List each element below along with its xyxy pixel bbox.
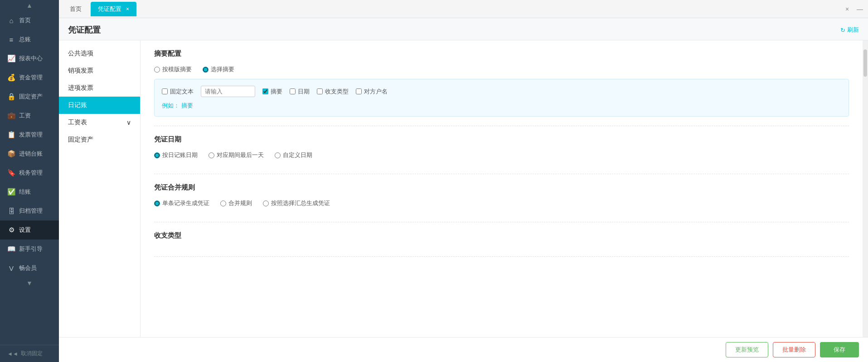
left-nav-sales-invoice[interactable]: 销项发票 xyxy=(59,62,140,79)
fixed-text-option[interactable]: 固定文本 xyxy=(162,88,194,96)
last-day-radio[interactable] xyxy=(209,152,214,158)
sidebar-item-reports[interactable]: 📈 报表中心 xyxy=(0,49,59,68)
sidebar-item-label: 首页 xyxy=(19,16,31,24)
by-journal-date-option[interactable]: 按日记账日期 xyxy=(154,151,198,159)
by-selection-label: 按照选择汇总生成凭证 xyxy=(271,199,330,207)
select-mode-label: 选择摘要 xyxy=(211,65,234,73)
merge-rules-label: 合并规则 xyxy=(228,199,252,207)
by-selection-radio[interactable] xyxy=(263,201,269,206)
cancel-fix-label: 取消固定 xyxy=(21,350,43,357)
income-type-checkbox[interactable] xyxy=(317,88,323,94)
scroll-track[interactable] xyxy=(863,40,868,337)
sidebar-item-archive[interactable]: 🗄 归档管理 xyxy=(0,201,59,220)
date-checkbox[interactable] xyxy=(290,88,296,94)
sidebar-item-label: 资金管理 xyxy=(19,73,43,82)
page-content: 凭证配置 ↻ 刷新 公共选项 销项发票 进项发票 日记账 xyxy=(59,18,868,362)
update-preview-button[interactable]: 更新预览 xyxy=(726,342,768,357)
template-mode-option[interactable]: 按模版摘要 xyxy=(154,65,192,73)
select-mode-radio[interactable] xyxy=(203,67,209,73)
sidebar-item-funds[interactable]: 💰 资金管理 xyxy=(0,68,59,87)
tab-voucher-config-label: 凭证配置 xyxy=(98,5,121,13)
sidebar-item-label: 归档管理 xyxy=(19,207,43,215)
refresh-button[interactable]: ↻ 刷新 xyxy=(840,26,859,34)
single-record-label: 单条记录生成凭证 xyxy=(162,199,209,207)
sidebar-item-guide[interactable]: 📖 新手引导 xyxy=(0,240,59,259)
sidebar-item-label: 税务管理 xyxy=(19,169,43,177)
sidebar-item-label: 发票管理 xyxy=(19,131,43,139)
sidebar-scroll-down[interactable]: ▼ xyxy=(0,278,59,289)
merge-rules-radio[interactable] xyxy=(220,201,226,206)
income-type-option[interactable]: 收支类型 xyxy=(317,88,349,96)
sidebar-item-label: 畅会员 xyxy=(19,264,37,272)
ledger-icon: ≡ xyxy=(7,36,15,44)
left-nav-sales-invoice-label: 销项发票 xyxy=(68,67,93,75)
left-nav-fixed-assets[interactable]: 固定资产 xyxy=(59,131,140,148)
sidebar-item-member[interactable]: V 畅会员 xyxy=(0,259,59,278)
sidebar-item-payroll[interactable]: 💼 工资 xyxy=(0,106,59,125)
sidebar-item-invoice-mgmt[interactable]: 📋 发票管理 xyxy=(0,125,59,144)
single-record-radio[interactable] xyxy=(154,201,160,206)
sidebar-item-home[interactable]: ⌂ 首页 xyxy=(0,11,59,30)
sidebar-item-purchase-sales[interactable]: 📦 进销台账 xyxy=(0,144,59,163)
fixed-text-label: 固定文本 xyxy=(170,88,194,96)
merge-rules-title: 凭证合并规则 xyxy=(154,183,849,192)
sidebar-scroll-up[interactable]: ▲ xyxy=(0,0,59,11)
left-nav-journal-label: 日记账 xyxy=(68,101,87,109)
chevron-down-icon: ∨ xyxy=(126,119,131,126)
custom-date-option[interactable]: 自定义日期 xyxy=(275,151,312,159)
select-mode-option[interactable]: 选择摘要 xyxy=(203,65,234,73)
tab-home-label: 首页 xyxy=(70,5,82,13)
pin-icon: ◄◄ xyxy=(7,351,18,357)
sidebar-item-ledger[interactable]: ≡ 总账 xyxy=(0,30,59,49)
merge-rules-group: 单条记录生成凭证 合并规则 按照选择汇总生成凭证 xyxy=(154,199,849,207)
summary-checkbox[interactable] xyxy=(262,88,268,94)
date-option[interactable]: 日期 xyxy=(290,88,310,96)
sidebar-item-tax[interactable]: 🔖 税务管理 xyxy=(0,163,59,182)
sidebar: ▲ ⌂ 首页 ≡ 总账 📈 报表中心 💰 资金管理 🔒 固定资产 💼 工资 📋 … xyxy=(0,0,59,362)
fixed-text-input[interactable] xyxy=(201,86,255,97)
left-nav-public[interactable]: 公共选项 xyxy=(59,45,140,62)
merge-rules-option[interactable]: 合并规则 xyxy=(220,199,252,207)
custom-date-radio[interactable] xyxy=(275,152,281,158)
by-journal-date-radio[interactable] xyxy=(154,152,160,158)
last-day-option[interactable]: 对应期间最后一天 xyxy=(209,151,264,159)
counterpart-name-checkbox[interactable] xyxy=(356,88,362,94)
sidebar-item-settlement[interactable]: ✅ 结账 xyxy=(0,182,59,201)
page-title: 凭证配置 xyxy=(68,24,101,35)
cancel-fix-button[interactable]: ◄◄ 取消固定 xyxy=(0,345,59,362)
tab-home[interactable]: 首页 xyxy=(63,2,89,16)
guide-icon: 📖 xyxy=(7,245,15,253)
funds-icon: 💰 xyxy=(7,73,15,82)
summary-label: 摘要 xyxy=(271,88,282,96)
sidebar-item-assets[interactable]: 🔒 固定资产 xyxy=(0,87,59,106)
sidebar-item-settings[interactable]: ⚙ 设置 xyxy=(0,220,59,240)
batch-delete-button[interactable]: 批量删除 xyxy=(773,342,815,357)
left-nav-journal[interactable]: 日记账 xyxy=(59,97,140,114)
main-area: 首页 凭证配置 × × — 凭证配置 ↻ 刷新 公共选项 xyxy=(59,0,868,362)
template-mode-radio[interactable] xyxy=(154,67,160,73)
scroll-thumb[interactable] xyxy=(863,49,867,77)
left-nav-payroll-table[interactable]: 工资表 ∨ xyxy=(59,114,140,131)
window-close-button[interactable]: × xyxy=(843,5,852,14)
by-selection-option[interactable]: 按照选择汇总生成凭证 xyxy=(263,199,330,207)
fixed-text-checkbox[interactable] xyxy=(162,88,168,94)
single-record-option[interactable]: 单条记录生成凭证 xyxy=(154,199,209,207)
window-minimize-button[interactable]: — xyxy=(855,5,864,14)
sidebar-item-label: 设置 xyxy=(19,226,31,234)
example-text: 例如： 摘要 xyxy=(162,102,841,110)
home-icon: ⌂ xyxy=(7,17,15,24)
save-button[interactable]: 保存 xyxy=(820,342,859,357)
tab-close-icon[interactable]: × xyxy=(126,6,129,12)
income-type-label: 收支类型 xyxy=(325,88,349,96)
summary-option[interactable]: 摘要 xyxy=(262,88,282,96)
date-label: 日期 xyxy=(298,88,310,96)
purchase-sales-icon: 📦 xyxy=(7,150,15,158)
counterpart-name-option[interactable]: 对方户名 xyxy=(356,88,388,96)
tab-voucher-config[interactable]: 凭证配置 × xyxy=(91,2,136,16)
refresh-icon: ↻ xyxy=(840,27,845,34)
left-nav-purchase-invoice[interactable]: 进项发票 xyxy=(59,79,140,97)
sidebar-item-label: 结账 xyxy=(19,188,31,196)
sidebar-item-label: 进销台账 xyxy=(19,150,43,158)
voucher-date-group: 按日记账日期 对应期间最后一天 自定义日期 xyxy=(154,151,849,159)
by-journal-date-label: 按日记账日期 xyxy=(162,151,198,159)
